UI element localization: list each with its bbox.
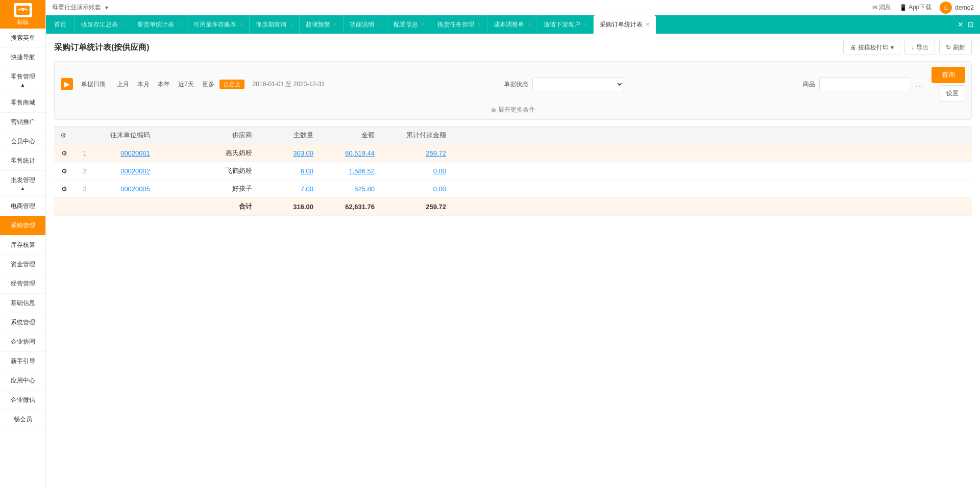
extra-col-header [452, 126, 972, 144]
breadcrumb-arrow: ▾ [105, 4, 108, 11]
row-settings-2[interactable]: ⚙ [54, 180, 75, 198]
user-profile[interactable]: E demo2 [940, 2, 974, 14]
row-qty-0: 303.00 [258, 144, 320, 162]
row-amount-2: 525.80 [320, 180, 381, 198]
tab-overstock-alert[interactable]: 超储预警× [300, 15, 344, 34]
user-avatar: E [940, 2, 952, 14]
code-link-1[interactable]: 00020002 [120, 167, 150, 175]
qty-link-2[interactable]: 7.00 [301, 185, 313, 193]
sidebar-item-purchase[interactable]: 采购管理 [0, 216, 45, 236]
sidebar-item-membership[interactable]: 畅会员 [0, 410, 45, 429]
sidebar-item-retail-mall[interactable]: 零售商城 [0, 93, 45, 113]
filter-toggle-button[interactable]: ▶ [61, 78, 73, 90]
tab-label-stock-ledger: 可用量库存账本 [193, 20, 236, 29]
refresh-button[interactable]: ↻ 刷新 [939, 40, 972, 55]
tab-close-purchase-order-summary[interactable]: × [646, 21, 649, 28]
tab-receive-summary[interactable]: 收发存汇总表× [75, 15, 131, 34]
row-settings-1[interactable]: ⚙ [54, 162, 75, 180]
tab-close-expiry-query[interactable]: × [289, 21, 293, 28]
tab-invite-downstream[interactable]: 邀请下游客户× [537, 15, 594, 34]
tab-close-config-info[interactable]: × [421, 21, 425, 28]
tab-order-summary[interactable]: 要货单统计表× [131, 15, 187, 34]
sidebar-item-finance[interactable]: 资金管理 [0, 255, 45, 274]
sidebar-label-marketing: 营销推广 [11, 118, 35, 126]
amount-link-1[interactable]: 1,586.52 [349, 167, 375, 175]
row-supplier-2: 好孩子 [156, 180, 258, 198]
sidebar-item-search[interactable]: 搜索英单 [0, 29, 45, 48]
row-supplier-1: 飞鹤奶粉 [156, 162, 258, 180]
sidebar-item-operations[interactable]: 经营管理 [0, 274, 45, 294]
paid-link-1[interactable]: 0.00 [433, 167, 446, 175]
tab-close-receive-summary[interactable]: × [121, 21, 125, 28]
expand-icon: ⊕ [491, 107, 496, 114]
sidebar-item-retail[interactable]: 零售管理▲ [0, 67, 45, 93]
tab-close-invite-downstream[interactable]: × [583, 21, 587, 28]
app-download-btn[interactable]: 📱 App下载 [899, 3, 932, 12]
export-button[interactable]: ↓ 导出 [904, 40, 935, 55]
qty-link-1[interactable]: 6.00 [301, 167, 313, 175]
tab-purchase-order-summary[interactable]: 采购订单统计表× [594, 15, 656, 34]
tab-home[interactable]: 首页 [46, 15, 75, 34]
sidebar-item-retail-stats[interactable]: 零售统计 [0, 151, 45, 171]
tab-stock-ledger[interactable]: 可用量库存账本× [187, 15, 250, 34]
tab-close-order-summary[interactable]: × [177, 21, 181, 28]
expand-conditions-button[interactable]: ⊕ 展开更多条件 [491, 106, 535, 114]
sidebar-item-system[interactable]: 系统管理 [0, 313, 45, 332]
sidebar-item-member[interactable]: 会员中心 [0, 132, 45, 151]
more-options-icon[interactable]: … [915, 80, 923, 89]
tab-close-stock-ledger[interactable]: × [239, 21, 243, 28]
refresh-icon: ↻ [946, 44, 951, 51]
tab-label-home: 首页 [54, 20, 66, 29]
tab-close-overstock-alert[interactable]: × [333, 21, 337, 28]
tab-label-receive-summary: 收发存汇总表 [81, 20, 118, 29]
message-btn[interactable]: ✉ 消息 [872, 3, 891, 12]
amount-link-2[interactable]: 525.80 [354, 185, 375, 193]
table-row: ⚙ 1 00020001 惠氏奶粉 303.00 60,519.44 259.7… [54, 144, 972, 162]
tab-function-desc[interactable]: 功能说明× [344, 15, 387, 34]
sidebar-label-retail: 零售管理 [11, 72, 35, 81]
sidebar-item-enterprise[interactable]: 企业协同 [0, 332, 45, 352]
status-select[interactable] [532, 77, 624, 91]
paid-link-2[interactable]: 0.00 [433, 185, 446, 193]
tab-expiry-query[interactable]: 保质期查询× [250, 15, 300, 34]
custom-date-badge[interactable]: 自定义 [219, 80, 244, 89]
sidebar-item-basic-info[interactable]: 基础信息 [0, 294, 45, 313]
qty-link-0[interactable]: 303.00 [293, 149, 313, 157]
footer-qty: 316.00 [258, 198, 320, 216]
shortcut-this-year[interactable]: 本年 [155, 79, 173, 90]
tab-expand-icon[interactable]: ⊡ [968, 20, 974, 29]
tab-close-cost-adjust[interactable]: × [527, 21, 531, 28]
row-settings-0[interactable]: ⚙ [54, 144, 75, 162]
sidebar-item-quick-nav[interactable]: 快捷导航 [0, 48, 45, 67]
shortcut-this-month[interactable]: 本月 [134, 79, 153, 90]
shortcut-7-days[interactable]: 近7天 [175, 79, 197, 90]
sidebar-item-newbie[interactable]: 新手引导 [0, 352, 45, 371]
filter-settings-button[interactable]: 设置 [940, 85, 965, 101]
code-link-2[interactable]: 00020005 [120, 185, 150, 193]
template-arrow-icon: ▾ [891, 44, 894, 51]
sidebar-item-marketing[interactable]: 营销推广 [0, 113, 45, 132]
tab-config-info[interactable]: 配置信息× [387, 15, 431, 34]
sidebar-item-inventory[interactable]: 库存核算 [0, 236, 45, 255]
shortcut-more[interactable]: 更多 [199, 79, 217, 90]
sidebar-label-wholesale: 批发管理 [11, 176, 35, 185]
goods-input[interactable] [819, 77, 911, 91]
search-button[interactable]: 查询 [932, 67, 965, 83]
tab-label-overstock-alert: 超储预警 [306, 20, 330, 29]
tab-close-picking-task[interactable]: × [477, 21, 481, 28]
paid-link-0[interactable]: 259.72 [426, 149, 446, 157]
shortcut-last-month[interactable]: 上月 [114, 79, 132, 90]
sidebar-item-app-center[interactable]: 应用中心 [0, 371, 45, 391]
footer-num [75, 198, 95, 216]
sidebar-label-search: 搜索英单 [11, 34, 35, 42]
tab-close-all-icon[interactable]: ✕ [958, 20, 964, 29]
tab-cost-adjust[interactable]: 成本调整单× [487, 15, 537, 34]
tab-close-function-desc[interactable]: × [377, 21, 381, 28]
tab-picking-task[interactable]: 拣货任务管理× [431, 15, 487, 34]
amount-link-0[interactable]: 60,519.44 [345, 149, 375, 157]
sidebar-item-wechat[interactable]: 企业微信 [0, 391, 45, 410]
code-link-0[interactable]: 00020001 [120, 149, 150, 157]
sidebar-item-ecommerce[interactable]: 电商管理 [0, 197, 45, 216]
sidebar-item-wholesale[interactable]: 批发管理▲ [0, 171, 45, 197]
template-print-button[interactable]: 🖨 按模板打印 ▾ [843, 40, 900, 55]
